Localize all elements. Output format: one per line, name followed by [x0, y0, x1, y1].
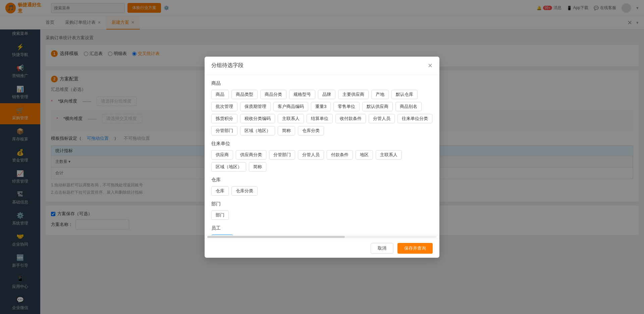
field-tag-0-0[interactable]: 商品 — [211, 90, 229, 99]
field-tag-0-9[interactable]: 保质期管理 — [240, 102, 271, 111]
field-section-2: 仓库仓库仓库分类 — [211, 177, 433, 196]
field-tag-1-4[interactable]: 付款条件 — [327, 150, 353, 160]
field-grid-0: 商品商品类型商品分类规格型号品牌主要供应商产地默认仓库批次管理保质期管理客户商品… — [211, 90, 433, 135]
field-tag-0-11[interactable]: 重量3 — [311, 102, 331, 111]
field-tag-0-19[interactable]: 收付款条件 — [335, 114, 366, 123]
section-title-3: 部门 — [211, 201, 433, 207]
field-tag-0-23[interactable]: 区域（地区） — [240, 126, 275, 135]
field-tag-0-22[interactable]: 分管部门 — [211, 126, 237, 135]
field-tag-0-14[interactable]: 商品别名 — [395, 102, 422, 111]
section-title-2: 仓库 — [211, 177, 433, 183]
field-section-0: 商品商品商品类型商品分类规格型号品牌主要供应商产地默认仓库批次管理保质期管理客户… — [211, 80, 433, 135]
field-tag-0-7[interactable]: 默认仓库 — [391, 90, 418, 99]
field-tag-0-24[interactable]: 简称 — [278, 126, 295, 135]
field-grid-2: 仓库仓库分类 — [211, 186, 433, 196]
field-tag-1-7[interactable]: 区域（地区） — [211, 162, 246, 172]
field-tag-1-1[interactable]: 供应商分类 — [236, 150, 266, 160]
field-tag-0-6[interactable]: 产地 — [371, 90, 389, 99]
field-tag-0-18[interactable]: 结算单位 — [307, 114, 333, 123]
field-tag-0-15[interactable]: 拣货积分 — [211, 114, 237, 123]
field-grid-3: 部门 — [211, 210, 433, 220]
section-title-4: 员工 — [211, 225, 433, 231]
field-tag-3-0[interactable]: 部门 — [211, 210, 229, 220]
field-tag-0-4[interactable]: 品牌 — [318, 90, 335, 99]
field-tag-0-3[interactable]: 规格型号 — [289, 90, 315, 99]
modal-hscroll[interactable] — [205, 235, 439, 239]
field-section-3: 部门部门 — [211, 201, 433, 220]
modal-header: 分组待选字段 ✕ — [205, 57, 439, 75]
field-tag-1-6[interactable]: 主联系人 — [376, 150, 402, 160]
section-title-0: 商品 — [211, 80, 433, 86]
field-tag-1-0[interactable]: 供应商 — [211, 150, 233, 160]
field-section-1: 往来单位供应商供应商分类分管部门分管人员付款条件地区主联系人区域（地区）简称 — [211, 141, 433, 172]
section-title-1: 往来单位 — [211, 141, 433, 147]
field-tag-0-13[interactable]: 默认供应商 — [362, 102, 393, 111]
field-section-4: 员工业务员 — [211, 225, 433, 235]
field-tag-0-20[interactable]: 分管人员 — [369, 114, 395, 123]
field-select-modal: 分组待选字段 ✕ 商品商品商品类型商品分类规格型号品牌主要供应商产地默认仓库批次… — [205, 57, 439, 258]
field-tag-2-1[interactable]: 仓库分类 — [231, 186, 258, 196]
cancel-button[interactable]: 取消 — [371, 243, 393, 254]
field-grid-1: 供应商供应商分类分管部门分管人员付款条件地区主联系人区域（地区）简称 — [211, 150, 433, 172]
modal-title: 分组待选字段 — [211, 62, 244, 69]
modal-body: 商品商品商品类型商品分类规格型号品牌主要供应商产地默认仓库批次管理保质期管理客户… — [205, 75, 439, 235]
field-tag-0-10[interactable]: 客户商品编码 — [273, 102, 308, 111]
field-tag-0-5[interactable]: 主要供应商 — [338, 90, 369, 99]
field-tag-0-1[interactable]: 商品类型 — [231, 90, 258, 99]
field-tag-0-16[interactable]: 税收分类编码 — [240, 114, 275, 123]
field-tag-1-8[interactable]: 简称 — [249, 162, 266, 172]
field-tag-1-3[interactable]: 分管人员 — [298, 150, 324, 160]
modal-overlay: 分组待选字段 ✕ 商品商品商品类型商品分类规格型号品牌主要供应商产地默认仓库批次… — [0, 0, 644, 314]
field-tag-1-2[interactable]: 分管部门 — [269, 150, 295, 160]
field-tag-0-2[interactable]: 商品分类 — [260, 90, 286, 99]
modal-close-btn[interactable]: ✕ — [428, 62, 433, 69]
field-tag-2-0[interactable]: 仓库 — [211, 186, 229, 196]
field-tag-0-12[interactable]: 零售单位 — [333, 102, 360, 111]
field-tag-0-17[interactable]: 主联系人 — [278, 114, 304, 123]
modal-footer: 取消 保存并查询 — [205, 239, 439, 258]
field-tag-0-25[interactable]: 仓库分类 — [298, 126, 324, 135]
field-tag-0-21[interactable]: 往来单位分类 — [397, 114, 432, 123]
field-tag-0-8[interactable]: 批次管理 — [211, 102, 237, 111]
confirm-button[interactable]: 保存并查询 — [397, 243, 433, 254]
field-tag-1-5[interactable]: 地区 — [356, 150, 373, 160]
